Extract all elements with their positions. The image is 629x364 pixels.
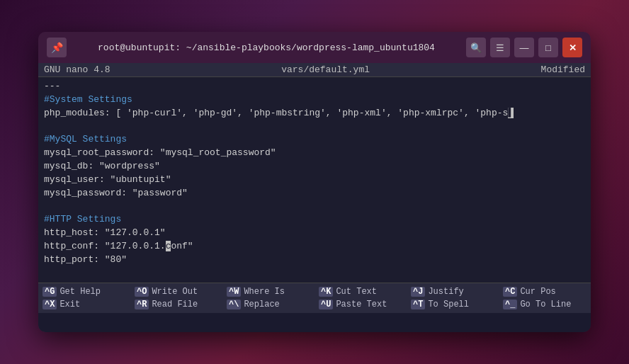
terminal-content[interactable]: GNU nano 4.8 vars/default.yml Modified -… [38, 63, 591, 332]
key-exit: ^X [42, 300, 57, 309]
line-http-host: http_host: "127.0.0.1" [44, 227, 585, 240]
menu-button[interactable]: ☰ [490, 38, 510, 57]
footer-get-help: ^G Get Help [41, 286, 133, 297]
line-mysql-password: mysql_password: "password" [44, 187, 585, 200]
key-paste-text: ^U [319, 300, 333, 309]
line-php-modules: php_modules: [ 'php-curl', 'php-gd', 'ph… [44, 107, 585, 120]
search-button[interactable]: 🔍 [466, 38, 486, 57]
close-button[interactable]: ✕ [562, 38, 582, 57]
footer-write-out: ^O Write Out [133, 286, 225, 297]
window-controls: 🔍 ☰ — □ ✕ [466, 38, 582, 57]
nano-editor[interactable]: --- #System Settings php_modules: [ 'php… [38, 77, 591, 283]
line-mysql-db: mysql_db: "wordpress" [44, 160, 585, 174]
nano-filename: vars/default.yml [281, 64, 370, 75]
footer-justify: ^J Justify [409, 286, 502, 297]
footer-paste-text: ^U Paste Text [317, 299, 409, 310]
footer-row-1: ^G Get Help ^O Write Out ^W Where Is ^K … [38, 285, 591, 298]
terminal-window: 📌 root@ubuntupit: ~/ansible-playbooks/wo… [38, 32, 591, 332]
pin-icon: 📌 [47, 38, 67, 57]
key-read-file: ^R [135, 300, 149, 309]
line-empty-2 [44, 200, 585, 214]
line-empty-1 [44, 120, 585, 134]
key-replace: ^\ [227, 300, 241, 309]
footer-replace: ^\ Replace [225, 299, 317, 310]
line-dashes: --- [44, 80, 585, 93]
footer-cur-pos: ^C Cur Pos [502, 286, 591, 297]
label-get-help: Get Help [60, 287, 101, 297]
line-mysql-root-password: mysql_root_password: "mysql_root_passwor… [44, 147, 585, 160]
footer-go-to-line: ^_ Go To Line [502, 299, 591, 310]
label-cut-text: Cut Text [336, 287, 377, 297]
key-get-help: ^G [42, 287, 57, 297]
line-mysql-user: mysql_user: "ubuntupit" [44, 174, 585, 187]
line-http-port: http_port: "80" [44, 254, 585, 267]
nano-modified: Modified [541, 64, 585, 75]
key-cur-pos: ^C [503, 287, 517, 297]
minimize-button[interactable]: — [514, 38, 534, 57]
label-write-out: Write Out [152, 287, 198, 297]
window-title: root@ubuntupit: ~/ansible-playbooks/word… [72, 42, 460, 53]
key-cut-text: ^K [319, 287, 333, 297]
footer-exit: ^X Exit [41, 299, 133, 310]
line-mysql-settings: #MySQL Settings [44, 133, 585, 147]
label-replace: Replace [244, 300, 279, 309]
footer-to-spell: ^T To Spell [409, 299, 502, 310]
label-exit: Exit [60, 300, 80, 309]
label-cur-pos: Cur Pos [520, 287, 555, 297]
line-http-settings: #HTTP Settings [44, 213, 585, 227]
titlebar: 📌 root@ubuntupit: ~/ansible-playbooks/wo… [38, 32, 591, 63]
label-justify: Justify [428, 287, 463, 297]
label-paste-text: Paste Text [336, 300, 387, 309]
key-go-to-line: ^_ [503, 300, 517, 309]
nano-version: GNU nano 4.8 [44, 64, 110, 75]
label-go-to-line: Go To Line [520, 300, 571, 309]
nano-footer: ^G Get Help ^O Write Out ^W Where Is ^K … [38, 283, 591, 313]
key-justify: ^J [411, 287, 425, 297]
footer-cut-text: ^K Cut Text [317, 286, 409, 297]
footer-row-2: ^X Exit ^R Read File ^\ Replace ^U Paste… [38, 298, 591, 311]
label-read-file: Read File [152, 300, 198, 309]
label-where-is: Where Is [244, 287, 285, 297]
line-http-conf: http_conf: "127.0.0.1.conf" [44, 240, 585, 254]
line-system-settings: #System Settings [44, 93, 585, 107]
maximize-button[interactable]: □ [538, 38, 558, 57]
label-to-spell: To Spell [428, 300, 469, 309]
footer-read-file: ^R Read File [133, 299, 225, 310]
key-where-is: ^W [227, 287, 241, 297]
footer-where-is: ^W Where Is [225, 286, 317, 297]
key-to-spell: ^T [411, 300, 425, 309]
nano-header: GNU nano 4.8 vars/default.yml Modified [38, 63, 591, 77]
key-write-out: ^O [135, 287, 149, 297]
